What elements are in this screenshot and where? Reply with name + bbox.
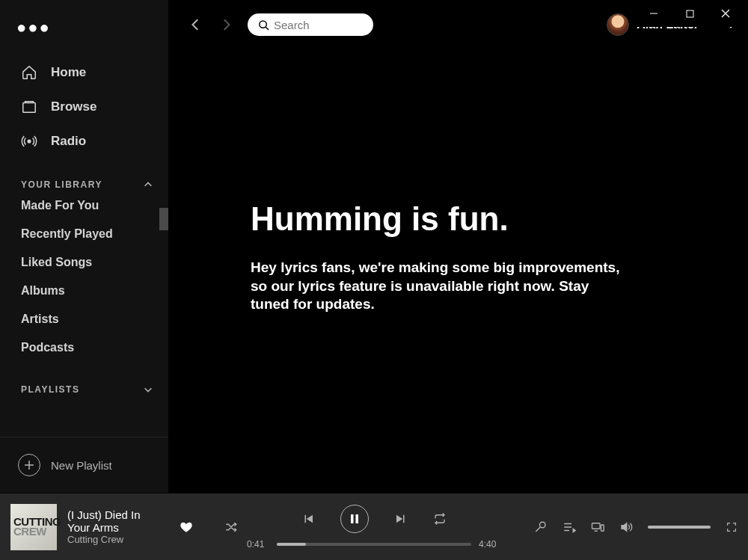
track-title[interactable]: (I Just) Died In Your Arms <box>67 508 163 534</box>
volume-icon[interactable] <box>619 520 633 534</box>
library-item-recently-played[interactable]: Recently Played <box>0 220 168 248</box>
svg-rect-14 <box>601 525 604 531</box>
content-body: Hey lyrics fans, we're making some big i… <box>251 259 622 314</box>
repeat-button[interactable] <box>433 512 447 526</box>
svg-line-9 <box>266 27 269 30</box>
queue-button[interactable] <box>562 520 576 534</box>
album-cover[interactable]: CUTTING CREW <box>10 504 57 550</box>
svg-point-12 <box>540 522 546 528</box>
lyrics-button[interactable] <box>534 520 548 534</box>
library-list: Made For You Recently Played Liked Songs… <box>0 191 168 362</box>
nav-radio[interactable]: Radio <box>0 124 168 159</box>
nav-label: Browse <box>51 99 96 114</box>
chevron-up-icon[interactable] <box>143 179 153 190</box>
track-artist[interactable]: Cutting Crew <box>67 534 163 545</box>
window-close-button[interactable] <box>711 3 741 24</box>
svg-rect-4 <box>23 103 36 113</box>
window-minimize-button[interactable] <box>639 3 669 24</box>
previous-button[interactable] <box>301 512 315 526</box>
svg-rect-10 <box>351 514 354 523</box>
playlists-header: PLAYLISTS <box>0 371 168 396</box>
player-bar: CUTTING CREW (I Just) Died In Your Arms … <box>0 493 748 560</box>
library-header: YOUR LIBRARY <box>0 166 168 191</box>
nav-label: Home <box>51 65 86 80</box>
window-maximize-button[interactable] <box>675 3 705 24</box>
nav-label: Radio <box>51 134 86 149</box>
window-titlebar <box>631 0 748 27</box>
volume-fill <box>648 526 711 529</box>
nav-home[interactable]: Home <box>0 55 168 90</box>
next-button[interactable] <box>394 512 408 526</box>
time-elapsed: 0:41 <box>247 539 269 550</box>
nav-back-button[interactable] <box>185 13 207 36</box>
search-icon <box>258 19 269 31</box>
app-menu-button[interactable]: ●●● <box>0 12 168 55</box>
play-pause-button[interactable] <box>340 505 369 533</box>
chevron-down-icon[interactable] <box>143 384 153 395</box>
radio-icon <box>21 133 37 150</box>
content-heading: Humming is fun. <box>251 200 622 238</box>
sidebar: ●●● Home Browse Radio YO <box>0 0 168 493</box>
svg-rect-13 <box>592 523 601 529</box>
library-item-podcasts[interactable]: Podcasts <box>0 333 168 362</box>
avatar <box>607 13 629 36</box>
library-item-liked-songs[interactable]: Liked Songs <box>0 248 168 277</box>
svg-point-5 <box>28 140 31 143</box>
main-content: Alan Laiter Humming is fun. Hey lyrics f… <box>168 0 748 493</box>
volume-slider[interactable] <box>648 526 711 529</box>
time-duration: 4:40 <box>479 539 501 550</box>
fullscreen-button[interactable] <box>726 521 738 533</box>
devices-button[interactable] <box>591 520 604 534</box>
library-item-artists[interactable]: Artists <box>0 305 168 333</box>
scrollbar-thumb[interactable] <box>159 208 168 230</box>
now-playing: CUTTING CREW (I Just) Died In Your Arms … <box>10 504 238 550</box>
svg-point-8 <box>260 20 266 27</box>
library-item-albums[interactable]: Albums <box>0 277 168 305</box>
progress-fill <box>277 543 306 546</box>
svg-rect-1 <box>687 10 693 17</box>
nav-forward-button[interactable] <box>215 13 237 36</box>
new-playlist-button[interactable]: New Playlist <box>0 448 168 482</box>
svg-rect-11 <box>356 514 359 523</box>
new-playlist-label: New Playlist <box>51 459 112 472</box>
nav-browse[interactable]: Browse <box>0 90 168 124</box>
progress-bar[interactable]: 0:41 4:40 <box>247 539 501 550</box>
shuffle-button[interactable] <box>224 520 238 534</box>
home-icon <box>21 64 37 81</box>
search-input[interactable] <box>274 19 363 31</box>
plus-icon <box>18 454 40 476</box>
like-button[interactable] <box>180 520 193 534</box>
browse-icon <box>21 99 37 115</box>
progress-track[interactable] <box>277 543 471 546</box>
search-box[interactable] <box>248 13 373 36</box>
library-item-made-for-you[interactable]: Made For You <box>0 191 168 220</box>
